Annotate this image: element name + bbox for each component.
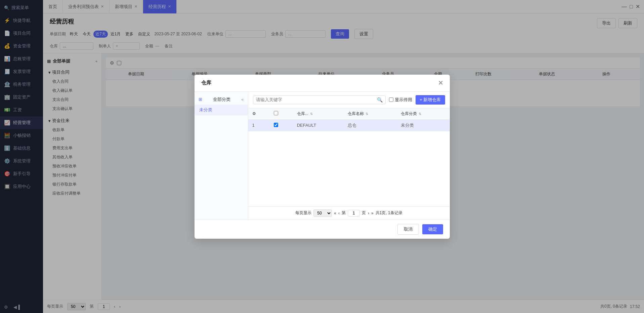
dialog-right-panel: 🔍 显示停用 + 新增仓库 ⚙ (248, 92, 450, 220)
row-code: DEFAULT (293, 119, 344, 131)
dialog-left-collapse-icon[interactable]: « (241, 97, 244, 102)
settings-icon-th: ⚙ (252, 111, 256, 116)
dialog-page-input[interactable] (348, 210, 360, 217)
row-category: 未分类 (397, 119, 450, 131)
row-name: 总仓 (344, 119, 397, 131)
show-disabled-label: 显示停用 (395, 97, 412, 103)
cancel-button[interactable]: 取消 (397, 224, 419, 235)
dialog-toolbar: 🔍 显示停用 + 新增仓库 (248, 92, 450, 108)
dialog-search-box: 🔍 (253, 95, 386, 104)
warehouse-table: ⚙ 仓库... ⇅ 仓库名称 ⇅ (248, 108, 450, 131)
confirm-button[interactable]: 确定 (422, 224, 443, 234)
sort-icon-code[interactable]: ⇅ (310, 112, 313, 116)
th-checkbox (270, 108, 293, 120)
row-num: 1 (248, 119, 270, 131)
row-select-checkbox[interactable] (274, 123, 278, 127)
grid-icon-dialog: ⊞ (199, 97, 202, 102)
dialog-last-page-btn[interactable]: » (371, 211, 374, 216)
dialog-page-label: 第 (342, 210, 346, 216)
dialog-table: ⚙ 仓库... ⇅ 仓库名称 ⇅ (248, 108, 450, 206)
dialog-title: 仓库 (201, 80, 211, 86)
dialog-left-panel: ⊞ 全部分类 « 未分类 (195, 92, 248, 220)
dialog-total-label: 共1页, 1条记录 (376, 210, 402, 216)
dialog-close-button[interactable]: ✕ (438, 79, 443, 87)
add-warehouse-button[interactable]: + 新增仓库 (416, 95, 445, 105)
dialog-footer: 取消 确定 (195, 220, 450, 239)
dialog-page-suffix: 页 (362, 210, 366, 216)
dialog-body: ⊞ 全部分类 « 未分类 🔍 显示停用 (195, 92, 450, 220)
show-disabled-checkbox[interactable] (389, 97, 393, 102)
dialog-prev-page-btn[interactable]: ‹ (338, 211, 340, 216)
sort-icon-category[interactable]: ⇅ (419, 112, 421, 116)
overlay: 仓库 ✕ ⊞ 全部分类 « 未分类 🔍 (0, 0, 644, 313)
th-warehouse-name: 仓库名称 ⇅ (344, 108, 397, 120)
dialog-page-size-label: 每页显示 (295, 210, 311, 216)
sort-icon-name[interactable]: ⇅ (366, 112, 368, 116)
dialog-next-page-btn[interactable]: › (368, 211, 369, 216)
dialog-category-unclassified[interactable]: 未分类 (195, 105, 248, 115)
search-icon-dialog: 🔍 (377, 97, 383, 103)
row-checkbox (270, 119, 293, 131)
dialog-first-page-btn[interactable]: « (334, 211, 336, 216)
dialog-page-size-select[interactable]: 50 100 (313, 209, 332, 217)
warehouse-dialog: 仓库 ✕ ⊞ 全部分类 « 未分类 🔍 (195, 75, 450, 239)
th-warehouse-category: 仓库分类 ⇅ (397, 108, 450, 120)
table-row[interactable]: 1 DEFAULT 总仓 未分类 (248, 119, 450, 131)
show-disabled-group: 显示停用 (389, 97, 412, 103)
dialog-left-header: ⊞ 全部分类 « (195, 94, 248, 105)
dialog-search-input[interactable] (256, 97, 376, 102)
th-warehouse-code: 仓库... ⇅ (293, 108, 344, 120)
table-select-all[interactable] (274, 111, 278, 115)
dialog-header: 仓库 ✕ (195, 75, 450, 92)
th-settings: ⚙ (248, 108, 270, 120)
dialog-left-title: 全部分类 (213, 96, 230, 103)
dialog-pagination: 每页显示 50 100 « ‹ 第 页 › » 共1页, 1条记录 (248, 206, 450, 220)
